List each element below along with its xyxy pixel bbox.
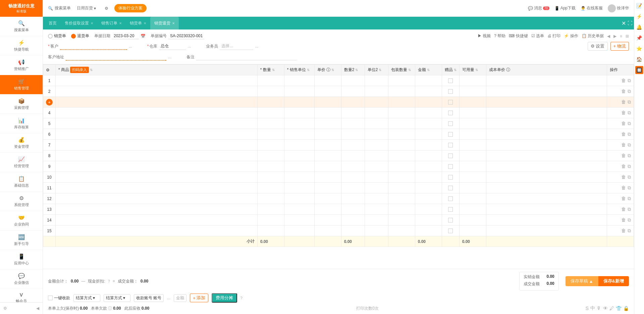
setting-button[interactable]: ⚙ 设置: [588, 42, 608, 51]
qty2-cell-3[interactable]: [341, 97, 365, 108]
sidebar-item-marketing[interactable]: 📢 营销推广: [0, 56, 43, 75]
unit-cell-2[interactable]: [284, 86, 314, 97]
delete-icon-13[interactable]: 🗑: [621, 206, 626, 212]
shortcut-btn[interactable]: ⌨ 快捷键: [509, 33, 528, 39]
sidebar-item-newuser[interactable]: 🆕 新手引导: [0, 231, 43, 250]
sidebar-item-basics[interactable]: 📋 基础信息: [0, 172, 43, 192]
prev-record-btn[interactable]: ◀: [607, 34, 610, 39]
tab-price-setting[interactable]: 售价提取设置 ✕: [61, 17, 97, 29]
sidebar-item-wechat[interactable]: 💬 企业微信: [0, 269, 43, 289]
grid-view-btn[interactable]: ⊞: [626, 34, 629, 39]
gift-cell-1[interactable]: [442, 75, 459, 86]
costprice-cell-1[interactable]: [486, 75, 607, 86]
sidebar-item-sales[interactable]: 🛒 销售管理: [0, 75, 43, 95]
sidebar-item-operations[interactable]: 📈 经营管理: [0, 153, 43, 172]
sidebar-item-appcenter[interactable]: 📱 应用中心: [0, 250, 43, 269]
search-menu-btn[interactable]: 🔍 搜索菜单: [48, 5, 71, 11]
delete-icon-14[interactable]: 🗑: [621, 217, 626, 223]
amount-cell-3[interactable]: [415, 97, 442, 108]
copy-icon-6[interactable]: ⧉: [628, 131, 631, 137]
delete-icon-3[interactable]: 🗑: [621, 99, 626, 105]
tab-sales-bill[interactable]: 销货单 ✕: [126, 17, 150, 29]
taskbar-icon-6[interactable]: 👕: [616, 306, 622, 311]
salesperson-value[interactable]: 选择...: [220, 43, 253, 50]
copy-icon-15[interactable]: ⧉: [628, 228, 631, 234]
unit-cell-3[interactable]: [284, 97, 314, 108]
pkgqty-cell-1[interactable]: [388, 75, 415, 86]
app-download-btn[interactable]: 📱 App下载: [554, 5, 576, 11]
delete-icon-6[interactable]: 🗑: [621, 131, 626, 137]
gift-cell-3[interactable]: [442, 97, 459, 108]
save-draft-button[interactable]: 保存草稿 ▲: [566, 276, 598, 286]
qty-cell-1[interactable]: [257, 75, 284, 86]
add-row-button[interactable]: +: [46, 99, 53, 106]
sidebar-item-collab[interactable]: 🤝 企业协同: [0, 211, 43, 231]
tab-fullscreen-btn[interactable]: ⛶: [628, 20, 632, 26]
delete-icon-7[interactable]: 🗑: [621, 142, 626, 148]
tab-sales-return[interactable]: 销货退货 ✕: [150, 17, 179, 29]
th-saleunit-sort[interactable]: ⇅: [307, 68, 310, 72]
th-pkgqty-sort[interactable]: ⇅: [408, 68, 411, 72]
copy-icon-7[interactable]: ⧉: [628, 142, 631, 148]
customer-ellipsis[interactable]: ...: [129, 44, 132, 49]
settings-icon-btn[interactable]: ⚙: [102, 5, 111, 12]
one-click-payment-checkbox[interactable]: 一键收款: [48, 295, 70, 301]
unit-cell-1[interactable]: [284, 75, 314, 86]
copy-icon-3[interactable]: ⧉: [628, 99, 631, 105]
delete-icon-9[interactable]: 🗑: [621, 164, 626, 169]
costprice-cell-3[interactable]: [486, 97, 607, 108]
right-icon-5[interactable]: ⭐: [635, 45, 643, 53]
video-btn[interactable]: ▶ 视频: [478, 33, 491, 39]
select-btn[interactable]: ☑ 选单: [531, 33, 544, 39]
gift-cell-2[interactable]: [442, 86, 459, 97]
th-quantity-sort[interactable]: ⇅: [272, 68, 275, 72]
unit2-cell-2[interactable]: [365, 86, 388, 97]
right-icon-2[interactable]: ⚡: [635, 12, 643, 20]
user-btn[interactable]: 徐泽华: [608, 4, 629, 12]
gift-checkbox-3[interactable]: [448, 100, 453, 105]
address-input[interactable]: [66, 53, 166, 61]
copy-icon-9[interactable]: ⧉: [628, 164, 631, 169]
unit2-cell-1[interactable]: [365, 75, 388, 86]
copy-icon-13[interactable]: ⧉: [628, 206, 631, 212]
settings-bottom-icon[interactable]: ⚙: [3, 306, 7, 311]
amount-cell-1[interactable]: [415, 75, 442, 86]
print-btn[interactable]: 🖨 打印: [547, 33, 560, 39]
calendar-icon[interactable]: 📅: [141, 34, 146, 39]
customer-input[interactable]: [60, 43, 127, 50]
delete-icon-15[interactable]: 🗑: [621, 228, 626, 234]
message-btn[interactable]: 💬 消息 70: [528, 5, 549, 11]
radio-sale-bill[interactable]: 销货单: [48, 33, 66, 39]
delete-icon-8[interactable]: 🗑: [621, 153, 626, 159]
sidebar-item-finance[interactable]: 💰 资金管理: [0, 133, 43, 153]
right-icon-7[interactable]: 🔲: [635, 66, 643, 74]
th-qty2-sort[interactable]: ⇅: [355, 68, 358, 72]
taskbar-icon-3[interactable]: 🎙: [597, 306, 601, 311]
payment-checkbox[interactable]: [48, 296, 53, 300]
help-btn[interactable]: ? 帮助: [494, 33, 505, 39]
address-ellipsis[interactable]: ...: [168, 55, 171, 59]
tab-salesreturn-close[interactable]: ✕: [172, 21, 175, 25]
copy-icon-8[interactable]: ⧉: [628, 153, 631, 159]
product-cell-2[interactable]: [56, 86, 258, 97]
taskbar-icon-5[interactable]: 🖊: [609, 306, 614, 311]
salesperson-ellipsis[interactable]: ...: [255, 44, 258, 49]
tab-sales-order[interactable]: 销售订单 ✕: [97, 17, 126, 29]
sidebar-item-inventory[interactable]: 📊 库存核算: [0, 114, 43, 133]
copy-icon-11[interactable]: ⧉: [628, 185, 631, 191]
right-icon-4[interactable]: 📌: [635, 34, 643, 42]
th-unit2-sort[interactable]: ⇅: [379, 68, 381, 72]
delete-icon-5[interactable]: 🗑: [621, 121, 626, 126]
qty-cell-2[interactable]: [257, 86, 284, 97]
th-unitprice-sort[interactable]: ⇅: [331, 68, 334, 72]
product-cell-3[interactable]: [56, 97, 258, 108]
sidebar-item-vip[interactable]: V 畅会员: [0, 289, 43, 302]
sidebar-item-system[interactable]: ⚙ 系统管理: [0, 192, 43, 211]
copy-icon-12[interactable]: ⧉: [628, 196, 631, 201]
tab-close-all-btn[interactable]: ✕: [622, 20, 626, 26]
amount-input-field[interactable]: 金额: [174, 294, 186, 302]
delete-icon-2[interactable]: 🗑: [621, 88, 626, 94]
amount-cell-2[interactable]: [415, 86, 442, 97]
th-available-sort[interactable]: ⇅: [475, 68, 478, 72]
delete-icon-12[interactable]: 🗑: [621, 196, 626, 201]
